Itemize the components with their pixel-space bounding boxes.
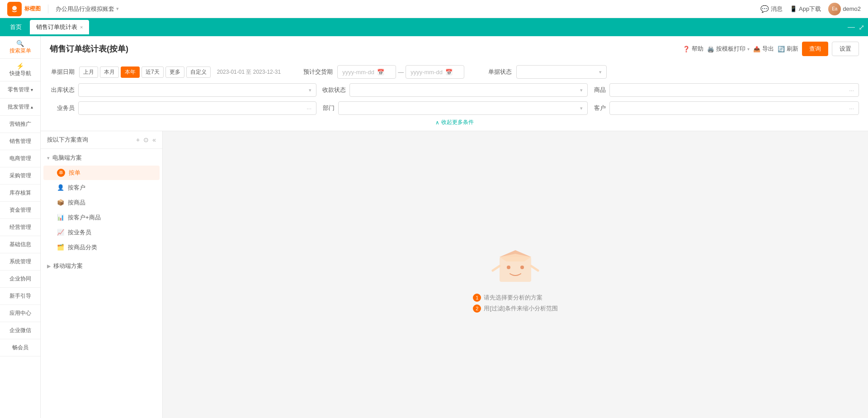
last7days-btn[interactable]: 近7天: [142, 66, 164, 78]
sidebar-item-member[interactable]: 畅会员: [0, 339, 40, 356]
action-buttons-row: ❓ 帮助 🖨️ 按模板打印 ▾ 📤 导出 🔄 刷新: [683, 42, 859, 56]
message-btn[interactable]: 💬 消息: [760, 5, 783, 13]
sidebar-item-system[interactable]: 系统管理: [0, 253, 40, 271]
this-year-btn[interactable]: 本年: [121, 66, 140, 78]
sidebar-item-marketing[interactable]: 营销推广: [0, 116, 40, 133]
svg-line-6: [493, 266, 500, 271]
date-range-display: 2023-01-01 至 2023-12-31: [217, 68, 281, 76]
scheme-item-label: 按单: [69, 169, 80, 177]
product-select[interactable]: ···: [609, 83, 859, 97]
scheme-customer-product-icon: 📊: [57, 214, 64, 221]
app-selector-label: 办公用品行业模拟账套: [56, 5, 114, 13]
salesperson-dots-icon[interactable]: ···: [307, 105, 311, 112]
sidebar-item-finance[interactable]: 资金管理: [0, 202, 40, 219]
scheme-item-by-salesperson[interactable]: 📈 按业务员: [43, 225, 160, 240]
tab-home[interactable]: 首页: [4, 20, 28, 34]
query-btn[interactable]: 查询: [802, 42, 828, 56]
sidebar-item-corp[interactable]: 企业协同: [0, 271, 40, 288]
page-header: 销售订单统计表(按单) ❓ 帮助 🖨️ 按模板打印 ▾ 📤 导出: [41, 36, 868, 60]
export-btn[interactable]: 📤 导出: [753, 42, 774, 56]
scheme-item-label: 按业务员: [68, 228, 91, 237]
collapse-btn[interactable]: ∧ 收起更多条件: [435, 119, 474, 126]
settings-btn[interactable]: 设置: [832, 42, 859, 56]
svg-line-7: [531, 266, 538, 271]
product-dots-icon[interactable]: ···: [849, 87, 854, 94]
sidebar-nav-label: 快捷导航: [9, 70, 31, 76]
expected-date-end[interactable]: yyyy-mm-dd 📅: [406, 65, 464, 79]
scheme-header: 按以下方案查询 + ⊙ «: [41, 131, 162, 149]
salesperson-filter: 业务员 ···: [50, 101, 316, 115]
logo-area: 标橙图: [7, 2, 41, 16]
department-select[interactable]: ▾: [338, 101, 588, 115]
below-filter: 按以下方案查询 + ⊙ « ▾ 电脑端方案 单: [41, 131, 868, 418]
calendar-icon-2[interactable]: 📅: [445, 69, 453, 76]
customer-select[interactable]: ···: [609, 101, 859, 115]
sidebar-nav-shortcuts[interactable]: ⚡ 快捷导航: [0, 59, 40, 81]
sidebar-marketing-label: 营销推广: [9, 121, 31, 127]
this-month-btn[interactable]: 本月: [100, 66, 119, 78]
date-label: 单据日期: [50, 68, 75, 76]
sidebar-item-sales[interactable]: 销售管理: [0, 133, 40, 150]
sidebar-item-newbie[interactable]: 新手引导: [0, 288, 40, 305]
sidebar-member-label: 畅会员: [12, 344, 28, 351]
scheme-category-icon: 🗂️: [57, 244, 64, 251]
scheme-item-by-customer[interactable]: 👤 按客户: [43, 180, 160, 195]
scheme-group-mobile-header[interactable]: ▶ 移动端方案: [41, 259, 162, 273]
sidebar-search[interactable]: 🔍 搜索菜单: [0, 36, 40, 59]
empty-hint-1: 1 请先选择要分析的方案: [473, 294, 557, 302]
sidebar-item-basic[interactable]: 基础信息: [0, 236, 40, 253]
scheme-item-by-category[interactable]: 🗂️ 按商品分类: [43, 240, 160, 255]
app-selector[interactable]: 办公用品行业模拟账套 ▾: [56, 5, 119, 13]
sidebar-item-purchase[interactable]: 采购管理: [0, 167, 40, 185]
export-label: 导出: [762, 45, 774, 53]
customer-filter: 客户 ···: [592, 101, 859, 115]
scheme-edit-btn[interactable]: ⊙: [143, 136, 149, 143]
refresh-btn[interactable]: 🔄 刷新: [778, 42, 798, 56]
tab-maximize-icon[interactable]: ⤢: [859, 23, 864, 32]
tab-sales-label: 销售订单统计表: [36, 23, 77, 31]
sidebar-item-inventory[interactable]: 库存核算: [0, 185, 40, 202]
payment-select[interactable]: ▾: [349, 83, 588, 97]
scheme-item-by-order[interactable]: 单 按单: [43, 166, 160, 180]
page-title: 销售订单统计表(按单): [50, 43, 128, 54]
scheme-add-btn[interactable]: +: [136, 136, 140, 143]
more-btn[interactable]: 更多: [165, 66, 184, 78]
sidebar-item-apps[interactable]: 应用中心: [0, 305, 40, 322]
print-btn[interactable]: 🖨️ 按模板打印 ▾: [707, 42, 750, 56]
custom-btn[interactable]: 自定义: [186, 66, 211, 78]
sidebar-item-wholesale[interactable]: 批发管理 ▴: [0, 99, 40, 116]
scheme-group-pc-header[interactable]: ▾ 电脑端方案: [41, 151, 162, 165]
tab-sales-order[interactable]: 销售订单统计表 ×: [30, 20, 89, 34]
hint-2-text: 用[过滤]条件来缩小分析范围: [484, 304, 557, 313]
sidebar-sales-label: 销售管理: [9, 138, 31, 144]
expected-date-start[interactable]: yyyy-mm-dd 📅: [337, 65, 396, 79]
salesperson-select[interactable]: ···: [78, 101, 316, 115]
scheme-item-label: 按商品分类: [68, 243, 97, 252]
salesperson-label: 业务员: [50, 104, 75, 112]
customer-dots-icon[interactable]: ···: [849, 105, 854, 112]
scheme-item-by-product[interactable]: 📦 按商品: [43, 195, 160, 210]
scheme-panel: 按以下方案查询 + ⊙ « ▾ 电脑端方案 单: [41, 131, 163, 418]
tab-close-icon[interactable]: ×: [80, 24, 83, 30]
sidebar-retail-label: 零售管理: [8, 86, 29, 94]
scheme-item-label: 按客户+商品: [68, 214, 101, 222]
sidebar-item-retail[interactable]: 零售管理 ▾: [0, 81, 40, 99]
sidebar-item-wechat[interactable]: 企业微信: [0, 322, 40, 339]
shipment-select[interactable]: ▾: [78, 83, 316, 97]
logo-text: 标橙图: [24, 5, 41, 13]
sidebar-item-ecommerce[interactable]: 电商管理: [0, 150, 40, 167]
scheme-group-mobile-arrow-icon: ▶: [47, 263, 51, 269]
last-month-btn[interactable]: 上月: [79, 66, 98, 78]
department-filter: 部门 ▾: [321, 101, 588, 115]
app-download-btn[interactable]: 📱 App下载: [790, 5, 821, 13]
sidebar: 🔍 搜索菜单 ⚡ 快捷导航 零售管理 ▾ 批发管理 ▴ 营销推广 销售管理 电商…: [0, 36, 41, 418]
sidebar-item-operations[interactable]: 经营管理: [0, 219, 40, 236]
scheme-item-by-customer-product[interactable]: 📊 按客户+商品: [43, 210, 160, 225]
calendar-icon-1[interactable]: 📅: [377, 69, 384, 76]
status-select[interactable]: ▾: [516, 65, 607, 79]
help-btn[interactable]: ❓ 帮助: [683, 42, 703, 56]
tab-bar-right: — ⤢: [848, 23, 864, 32]
user-area[interactable]: Ea demo2: [828, 3, 861, 15]
scheme-collapse-btn[interactable]: «: [152, 136, 156, 143]
tab-minimize-icon[interactable]: —: [848, 23, 855, 31]
